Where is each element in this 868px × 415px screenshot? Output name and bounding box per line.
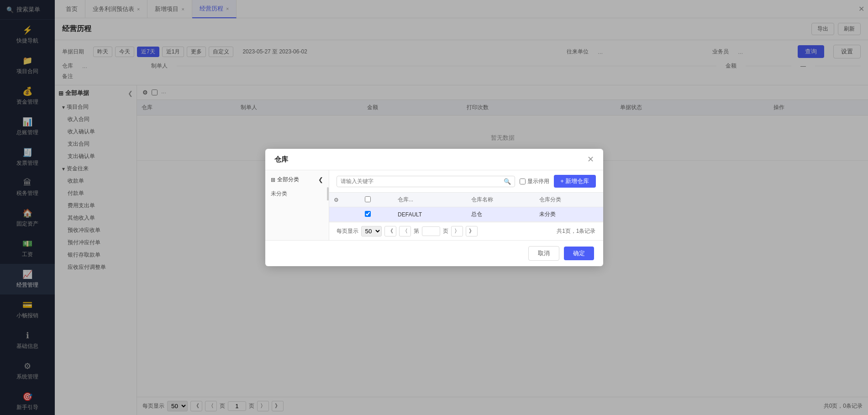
modal-sidebar-header: ⊞ 全部分类 ❮ [265,174,329,185]
row-category: 未分类 [535,207,603,222]
modal-sidebar-scroll: 未分类 [265,187,329,200]
modal-total-records: 共1页，1条记录 [557,227,595,235]
modal-page-input[interactable]: 1 [422,226,440,236]
warehouse-modal: 仓库 ✕ ⊞ 全部分类 ❮ 未分类 [265,149,603,266]
sidebar-collapse-btn[interactable]: ❮ [318,176,323,183]
table-row[interactable]: DEFAULT 总仓 未分类 [329,207,603,222]
col-settings: ⚙ [329,193,360,207]
modal-search-input[interactable] [341,178,501,184]
scroll-indicator [327,187,329,200]
modal-overlay: 仓库 ✕ ⊞ 全部分类 ❮ 未分类 [0,0,868,415]
add-warehouse-btn[interactable]: + 新增仓库 [554,175,595,188]
modal-per-page-label: 每页显示 [337,227,358,235]
col-code: 仓库... [393,193,467,207]
col-checkbox [360,193,393,207]
modal-pagination-controls: 每页显示 50 《 〈 第 1 页 〉 》 [337,226,478,236]
modal-close-btn[interactable]: ✕ [587,154,594,164]
modal-toolbar: 🔍 显示停用 + 新增仓库 [329,170,603,193]
modal-per-page-select[interactable]: 50 [361,226,382,236]
modal-content: 🔍 显示停用 + 新增仓库 ⚙ [329,170,603,240]
modal-page-suffix: 页 [443,227,448,235]
show-disabled-checkbox[interactable] [520,179,526,184]
warehouse-table: ⚙ 仓库... 仓库名称 仓库分类 [329,193,603,222]
grid-icon-modal: ⊞ [271,177,275,183]
cancel-button[interactable]: 取消 [528,246,559,261]
search-icon-modal: 🔍 [504,178,511,185]
modal-last-page[interactable]: 》 [466,226,478,236]
modal-sidebar-uncategorized[interactable]: 未分类 [265,187,329,200]
modal-actions: 取消 确定 [265,240,603,266]
modal-header: 仓库 ✕ [265,149,603,170]
modal-page-label: 第 [414,227,419,235]
show-disabled-label[interactable]: 显示停用 [520,178,549,185]
all-category-label: 全部分类 [277,176,299,184]
row-select-checkbox[interactable] [365,211,371,217]
modal-search-box[interactable]: 🔍 [337,176,516,187]
row-name: 总仓 [467,207,535,222]
modal-table-header: ⚙ 仓库... 仓库名称 仓库分类 [329,193,603,207]
modal-body: ⊞ 全部分类 ❮ 未分类 🔍 [265,170,603,240]
modal-pagination: 每页显示 50 《 〈 第 1 页 〉 》 共1页，1条记录 [329,222,603,240]
modal-prev-page[interactable]: 〈 [399,226,411,236]
select-all-checkbox[interactable] [365,196,371,202]
modal-sidebar: ⊞ 全部分类 ❮ 未分类 [265,170,329,240]
settings-icon-th: ⚙ [334,197,339,203]
modal-sidebar-title: ⊞ 全部分类 [271,176,299,184]
row-settings [329,207,360,222]
modal-table-wrapper: ⚙ 仓库... 仓库名称 仓库分类 [329,193,603,222]
modal-title: 仓库 [274,155,288,164]
col-name: 仓库名称 [467,193,535,207]
row-checkbox [360,207,393,222]
confirm-button[interactable]: 确定 [564,247,594,260]
row-code: DEFAULT [393,207,467,222]
modal-first-page[interactable]: 《 [384,226,396,236]
modal-next-page[interactable]: 〉 [451,226,463,236]
col-category: 仓库分类 [535,193,603,207]
